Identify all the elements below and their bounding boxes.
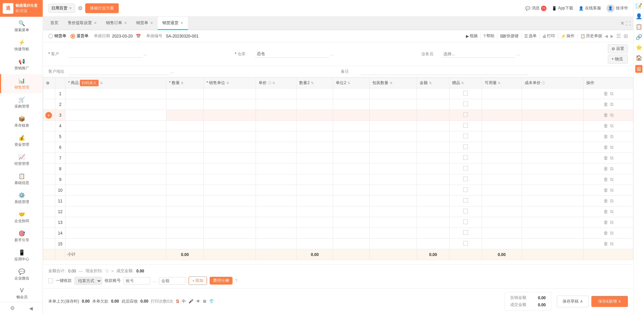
user-avatar[interactable]: 👤 徐泽华 [606,4,628,12]
account-input[interactable] [123,277,150,285]
view-list-icon[interactable]: ☰ [616,33,621,39]
row-available[interactable] [482,217,522,228]
row-available[interactable] [482,110,522,121]
row-unit2[interactable] [333,88,370,99]
row-qty[interactable] [166,164,203,174]
row-amount[interactable] [417,164,449,174]
toolbar-table-icon[interactable]: ⊞ [203,299,206,304]
trial-btn[interactable]: 体验行业方案 [85,3,119,13]
row-qty[interactable] [166,228,203,239]
row-copy-icon[interactable]: ⧉ [610,198,613,204]
address-input[interactable] [68,68,169,75]
row-unit-price[interactable] [256,142,297,153]
row-unit-price[interactable] [256,99,297,110]
row-amount[interactable] [417,153,449,164]
row-pack-qty[interactable] [370,239,417,249]
row-product[interactable] [65,131,166,142]
logistics-btn[interactable]: + 物流 [608,55,628,64]
sidebar-item-member[interactable]: V 畅会员 [0,284,43,302]
row-gift[interactable] [449,174,482,185]
row-pack-qty[interactable] [370,228,417,239]
row-gift[interactable] [449,153,482,164]
row-cost-price[interactable] [522,142,584,153]
row-gift[interactable] [449,164,482,174]
row-available[interactable] [482,153,522,164]
row-delete-icon[interactable]: 🗑 [603,144,608,150]
row-amount[interactable] [417,217,449,228]
row-qty2[interactable] [297,196,333,206]
row-product[interactable] [65,217,166,228]
salesperson-input[interactable] [441,51,515,58]
row-copy-icon[interactable]: ⧉ [610,166,613,172]
row-product-active[interactable] [65,110,166,121]
row-amount[interactable] [417,99,449,110]
row-delete-icon[interactable]: 🗑 [603,166,608,172]
add-row-btn[interactable]: + [45,112,52,119]
row-unit2[interactable] [333,131,370,142]
row-delete-icon[interactable]: 🗑 [603,134,608,139]
message-btn[interactable]: 💬 消息 70 [525,5,546,11]
unit-price-info-icon[interactable]: ⓘ [268,81,271,85]
rs-icon-1[interactable]: 📝 [636,3,642,9]
row-copy-icon[interactable]: ⧉ [610,209,613,214]
tab-price-settings[interactable]: 售价提取设置 ✕ [63,17,101,30]
row-cost-price[interactable] [522,217,584,228]
row-delete-icon[interactable]: 🗑 [603,230,608,236]
row-available[interactable] [482,239,522,249]
sidebar-collapse-icon[interactable]: ◀ [29,306,33,311]
save-new-btn[interactable]: 保存&新增 ∧ [591,296,628,307]
topbar-gear-icon[interactable]: ⚙ [78,5,83,11]
tab-price-settings-close[interactable]: ✕ [94,21,97,25]
row-gift[interactable] [449,131,482,142]
row-unit2[interactable] [333,196,370,206]
row-unit2[interactable] [333,142,370,153]
row-unit2[interactable] [333,206,370,217]
row-unit2[interactable] [333,174,370,185]
row-pack-qty[interactable] [370,217,417,228]
row-pack-qty[interactable] [370,110,417,121]
row-cost-price[interactable] [522,99,584,110]
tab-sales-delivery[interactable]: 销货单 ✕ [131,17,158,30]
toolbar-mic-icon[interactable]: 🎤 [189,299,194,304]
row-sales-unit[interactable] [204,99,256,110]
row-delete-icon[interactable]: 🗑 [603,91,608,97]
row-qty[interactable] [166,239,203,249]
row-qty2[interactable] [297,131,333,142]
row-sales-unit[interactable] [204,174,256,185]
sidebar-item-finance[interactable]: 💰 资金管理 [0,131,43,150]
row-delete-icon[interactable]: 🗑 [603,198,608,204]
row-qty[interactable] [166,131,203,142]
th-qty2-sort[interactable]: ⇅ [311,81,314,85]
row-amount[interactable] [417,121,449,131]
industry-select[interactable]: 日用百货 ▼ [48,4,75,13]
row-qty2[interactable] [297,174,333,185]
rs-icon-5[interactable]: ⭐ [636,44,642,51]
add-payment-btn[interactable]: + 添加 [189,276,207,285]
row-amount[interactable] [417,174,449,185]
row-cost-price[interactable] [522,174,584,185]
row-qty[interactable] [166,121,203,131]
row-sales-unit[interactable] [204,196,256,206]
row-pack-qty[interactable] [370,196,417,206]
one-click-pay-checkbox[interactable] [48,278,53,283]
row-pack-qty[interactable] [370,185,417,196]
row-product[interactable] [65,228,166,239]
row-qty2[interactable] [297,228,333,239]
sidebar-item-apps[interactable]: 📱 应用中心 [0,246,43,265]
row-product[interactable] [65,196,166,206]
row-unit-price[interactable] [256,174,297,185]
row-copy-icon[interactable]: ⧉ [610,144,613,150]
row-product[interactable] [65,142,166,153]
toolbar-eye-icon[interactable]: 👁 [196,299,200,304]
tab-sales-order[interactable]: 销售订单 ✕ [101,17,131,30]
row-amount[interactable] [417,239,449,249]
row-available[interactable] [482,142,522,153]
row-delete-icon[interactable]: 🗑 [603,177,608,182]
row-unit-price[interactable] [256,121,297,131]
row-available[interactable] [482,121,522,131]
sidebar-item-sales[interactable]: 📊 销售管理 [0,74,43,93]
toolbar-video[interactable]: ▶ 视频 [466,33,478,39]
row-product[interactable] [65,164,166,174]
tab-sales-delivery-close[interactable]: ✕ [150,21,153,25]
row-unit2[interactable] [333,99,370,110]
